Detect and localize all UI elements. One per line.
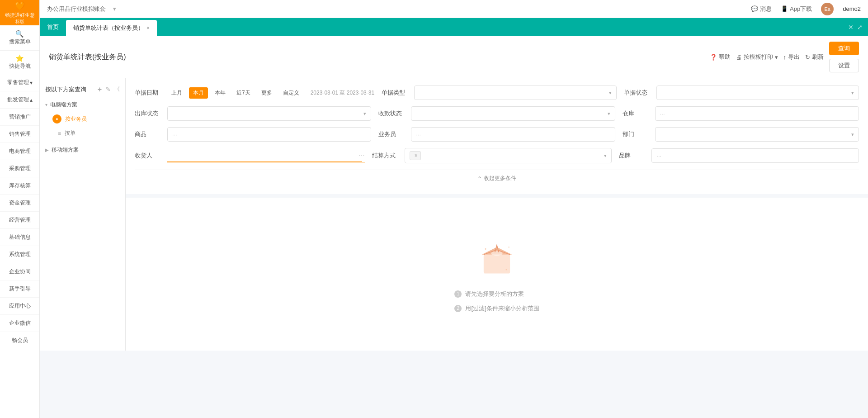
active-tab-label: 销货单统计表（按业务员） (73, 24, 144, 32)
print-chevron-icon: ▾ (775, 54, 778, 61)
out-status-label: 出库状态 (135, 109, 160, 118)
filter-row-1: 单据日期 上月 本月 本年 近7天 更多 自定义 2023-03-01 至 20… (135, 86, 859, 100)
wholesale-label: 批发管理 (7, 96, 29, 104)
doc-status-select[interactable]: ▾ (656, 86, 859, 100)
search-menu[interactable]: 🔍 搜索菜单 (0, 25, 39, 51)
sidebar-item-newbie[interactable]: 新手引导 (0, 280, 39, 298)
svg-rect-0 (484, 255, 510, 274)
refresh-btn[interactable]: ↻ 刷新 (805, 53, 824, 61)
out-status-select[interactable]: ▾ (167, 106, 371, 121)
add-scheme-icon[interactable]: + (98, 86, 102, 94)
sidebar-item-apps[interactable]: 应用中心 (0, 298, 39, 315)
print-btn[interactable]: 🖨 按模板打印 ▾ (736, 53, 778, 61)
settings-button[interactable]: 设置 (829, 59, 859, 72)
tab-close-icon[interactable]: × (146, 25, 150, 31)
consignee-dots[interactable]: ··· (359, 152, 364, 160)
close-window-icon[interactable]: ✕ (848, 24, 854, 31)
date-tab-custom[interactable]: 自定义 (279, 87, 303, 99)
sidebar-item-ecommerce[interactable]: 电商管理 (0, 143, 39, 160)
date-range: 2023-03-01 至 2023-03-31 (311, 89, 374, 97)
sidebar-item-enterprise[interactable]: 企业协同 (0, 263, 39, 280)
print-icon: 🖨 (736, 54, 742, 61)
brand-select[interactable]: ··· (651, 148, 859, 163)
payment-status-select[interactable]: ▾ (411, 106, 615, 121)
user-name[interactable]: demo2 (843, 5, 861, 12)
consignee-input[interactable] (167, 149, 362, 162)
doc-type-select[interactable]: ▾ (414, 86, 617, 100)
mobile-collapse-arrow: ▶ (45, 147, 49, 152)
help-label: 帮助 (719, 53, 731, 61)
scheme-icon: ● (52, 114, 61, 124)
sidebar-item-operations[interactable]: 经营管理 (0, 212, 39, 229)
settlement-select[interactable]: × ▾ (405, 148, 612, 163)
date-tab-last-month[interactable]: 上月 (167, 87, 186, 99)
app-name: 畅捷通好生意 (5, 12, 35, 18)
topbar: 办公用品行业模拟账套 ▾ 💬 消息 📱 App下载 Ea demo2 (40, 0, 868, 18)
empty-tip-1-text: 请先选择要分析的方案 (465, 288, 524, 300)
sidebar-item-wechat[interactable]: 企业微信 (0, 315, 39, 332)
dept-select[interactable]: ▾ (655, 127, 859, 142)
settlement-arrow: ▾ (604, 153, 607, 159)
sidebar-item-system[interactable]: 系统管理 (0, 246, 39, 263)
tab-active[interactable]: 销货单统计表（按业务员） × (66, 20, 157, 36)
message-btn[interactable]: 💬 消息 (751, 5, 772, 13)
scheme-by-salesperson[interactable]: ● 按业务员 (40, 111, 125, 127)
quick-nav[interactable]: ⭐ 快捷导航 (0, 51, 39, 74)
mobile-section: ▶ 移动端方案 (40, 142, 125, 158)
user-avatar-initials: Ea (825, 6, 830, 12)
payment-status-arrow: ▾ (608, 111, 610, 117)
query-button[interactable]: 查询 (829, 42, 859, 55)
warehouse-select[interactable]: ··· (655, 106, 859, 121)
collapse-arrow: ▾ (45, 102, 47, 107)
goods-select[interactable]: ··· (167, 127, 371, 142)
date-tabs: 上月 本月 本年 近7天 更多 自定义 (167, 87, 303, 99)
maximize-window-icon[interactable]: ⤢ (857, 24, 863, 31)
date-tab-7days[interactable]: 近7天 (232, 87, 255, 99)
warehouse-dots: ··· (660, 110, 665, 117)
scheme-by-order[interactable]: ≡ 按单 (40, 127, 125, 140)
date-label: 单据日期 (135, 89, 160, 97)
ecommerce-label: 电商管理 (9, 147, 31, 155)
export-btn[interactable]: ↑ 导出 (783, 53, 800, 61)
out-status-arrow: ▾ (363, 111, 366, 117)
collapse-panel-icon[interactable]: 《 (114, 86, 120, 94)
sidebar-item-basic[interactable]: 基础信息 (0, 229, 39, 246)
desktop-section-title[interactable]: ▾ 电脑端方案 (40, 98, 125, 111)
filter-row-4: 收货人 ··· 结算方式 × ▾ 品 (135, 148, 859, 163)
sidebar-item-retail[interactable]: 零售管理 ▾ (0, 74, 39, 91)
sidebar-item-marketing[interactable]: 营销推广 (0, 109, 39, 126)
topbar-actions: 💬 消息 📱 App下载 Ea demo2 (751, 3, 861, 15)
dept-label: 部门 (623, 130, 648, 138)
basic-label: 基础信息 (9, 233, 31, 241)
chevron-up-icon: ▴ (30, 97, 33, 103)
home-tab-label: 首页 (47, 23, 59, 31)
svg-point-1 (491, 251, 503, 256)
date-tab-more[interactable]: 更多 (257, 87, 276, 99)
sidebar-item-member[interactable]: 畅会员 (0, 332, 39, 349)
print-label: 按模板打印 (744, 53, 773, 61)
dropdown-icon[interactable]: ▾ (113, 5, 116, 12)
goods-dots: ··· (172, 131, 177, 138)
sidebar-item-finance[interactable]: 资金管理 (0, 195, 39, 212)
date-tab-this-year[interactable]: 本年 (211, 87, 230, 99)
help-btn[interactable]: ❓ 帮助 (710, 53, 731, 61)
sidebar-item-inventory[interactable]: 库存核算 (0, 177, 39, 195)
user-avatar[interactable]: Ea (821, 3, 834, 15)
app-download-btn[interactable]: 📱 App下载 (781, 5, 812, 13)
date-tab-this-month[interactable]: 本月 (189, 87, 208, 99)
edit-scheme-icon[interactable]: ✎ (105, 86, 111, 94)
tab-home[interactable]: 首页 (40, 18, 66, 36)
collapse-more-btn[interactable]: ⌃ 收起更多条件 (135, 170, 859, 187)
sidebar-item-sales[interactable]: 销售管理 (0, 126, 39, 143)
sales-label: 销售管理 (9, 130, 31, 138)
mobile-section-title[interactable]: ▶ 移动端方案 (40, 143, 125, 157)
settlement-tag-remove[interactable]: × (415, 152, 418, 159)
purchase-label: 采购管理 (9, 165, 31, 172)
sidebar-item-purchase[interactable]: 采购管理 (0, 160, 39, 177)
sidebar-item-wholesale[interactable]: 批发管理 ▴ (0, 91, 39, 109)
body-area: 按以下方案查询 + ✎ 《 ▾ 电脑端方案 ● 按业务员 (40, 78, 868, 351)
empty-icon (474, 234, 519, 279)
salesperson-select[interactable]: ··· (411, 127, 615, 142)
mobile-section-label: 移动端方案 (52, 146, 79, 154)
left-panel: 按以下方案查询 + ✎ 《 ▾ 电脑端方案 ● 按业务员 (40, 78, 126, 351)
